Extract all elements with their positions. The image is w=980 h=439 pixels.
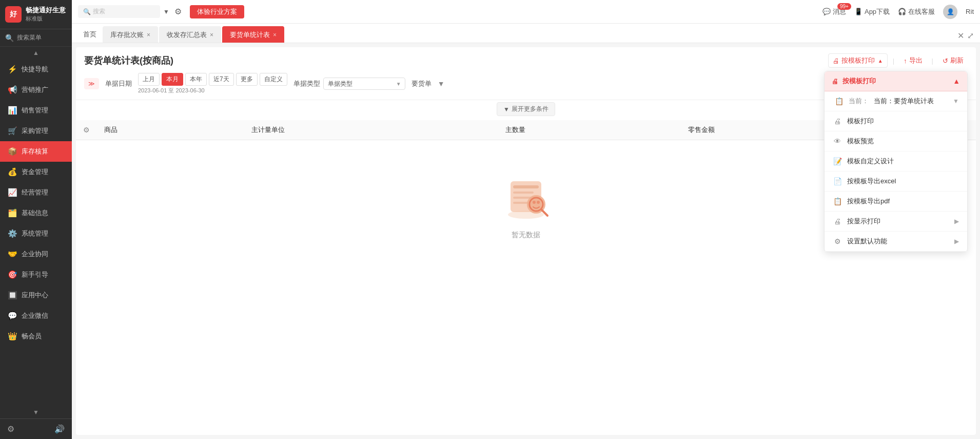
sidebar-search[interactable]: 🔍 搜索菜单: [0, 29, 72, 47]
promo-button[interactable]: 体验行业方案: [190, 5, 244, 18]
template-pdf-icon: 📋: [833, 197, 842, 205]
user-avatar[interactable]: 👤: [943, 5, 957, 19]
dropdown-template-print[interactable]: 🖨 模板打印: [825, 111, 967, 131]
app-download-button[interactable]: 📱 App下载: [854, 7, 890, 16]
online-service-button[interactable]: 🎧 在线客服: [898, 7, 935, 16]
printer-icon: 🖨: [833, 57, 839, 65]
avatar: 👤: [943, 5, 957, 19]
sidebar-item-system[interactable]: ⚙️ 系统管理: [0, 223, 72, 244]
print-button[interactable]: 🖨 按模板打印 ▲: [828, 53, 888, 68]
dropdown-set-default[interactable]: ⚙ 设置默认功能 ▶: [825, 232, 967, 252]
dropdown-template-excel[interactable]: 📄 按模板导出excel: [825, 171, 967, 192]
refresh-icon: ↺: [943, 57, 948, 65]
marketing-icon: 📢: [7, 85, 17, 95]
sidebar-item-finance[interactable]: 💰 资金管理: [0, 162, 72, 182]
type-select[interactable]: 单据类型: [323, 78, 405, 90]
bell-icon: 💬: [822, 8, 831, 15]
purchase-icon: 🛒: [7, 126, 17, 136]
refresh-button[interactable]: ↺ 刷新: [938, 54, 968, 67]
search-icon: 🔍: [83, 8, 91, 15]
refresh-label: 刷新: [950, 56, 964, 65]
template-preview-icon: 👁: [833, 137, 842, 145]
tab-order-stats[interactable]: 要货单统计表 ×: [222, 26, 284, 43]
expand-more-button[interactable]: ▼ 展开更多条件: [497, 102, 555, 116]
settings-footer-icon[interactable]: ⚙: [7, 424, 14, 434]
sidebar-item-apps[interactable]: 🔲 应用中心: [0, 285, 72, 306]
sidebar-item-operations[interactable]: 📈 经营管理: [0, 182, 72, 203]
date-last-month[interactable]: 上月: [138, 73, 160, 86]
export-button[interactable]: ↑ 导出: [899, 54, 927, 67]
sidebar-item-sales[interactable]: 📊 销售管理: [0, 100, 72, 121]
print-dropdown-icon: 🖨: [832, 78, 838, 85]
operations-icon: 📈: [7, 187, 17, 198]
set-default-label: 设置默认功能: [847, 237, 887, 246]
user-name[interactable]: Rit: [966, 8, 974, 15]
date-buttons: 上月 本月 本年 近7天 更多 自定义: [138, 73, 287, 86]
tab-receipt-summary-label: 收发存汇总表: [167, 30, 207, 40]
search-dropdown[interactable]: ▼: [163, 8, 169, 15]
col-settings: ⚙: [76, 120, 97, 140]
tab-inventory-batch-close[interactable]: ×: [147, 31, 150, 39]
messages-button[interactable]: 💬 消息 99+: [822, 7, 846, 16]
tab-home[interactable]: 首页: [78, 26, 102, 43]
sidebar-item-member[interactable]: 👑 畅会员: [0, 326, 72, 347]
column-settings-icon[interactable]: ⚙: [83, 126, 90, 134]
template-custom-label: 模板自定义设计: [847, 157, 894, 166]
sidebar-item-purchase[interactable]: 🛒 采购管理: [0, 121, 72, 141]
member-icon: 👑: [7, 331, 17, 341]
sidebar-item-guide[interactable]: 🎯 新手引导: [0, 264, 72, 285]
template-print-label: 模板打印: [847, 117, 874, 126]
dropdown-template-custom[interactable]: 📝 模板自定义设计: [825, 151, 967, 171]
filter-expand-button[interactable]: ≫: [84, 78, 99, 89]
template-custom-icon: 📝: [833, 157, 842, 165]
sidebar-nav: ⚡ 快捷导航 📢 营销推广 📊 销售管理 🛒 采购管理 📦 库存核算 💰 资金管…: [0, 59, 72, 406]
date-custom[interactable]: 自定义: [260, 73, 287, 86]
sidebar-scroll-down[interactable]: ▼: [0, 406, 72, 418]
tab-order-stats-close[interactable]: ×: [273, 31, 277, 39]
sidebar-item-base[interactable]: 🗂️ 基础信息: [0, 203, 72, 223]
top-bar: 🔍 搜索 ▼ ⚙ 体验行业方案 💬 消息 99+ 📱 App下载 🎧 在线客服: [72, 0, 980, 24]
display-print-label: 按显示打印: [847, 217, 880, 226]
sidebar-scroll-up[interactable]: ▲: [0, 47, 72, 59]
sidebar-footer: ⚙ 🔊: [0, 418, 72, 439]
order-status-dropdown[interactable]: ▼: [438, 80, 445, 88]
apps-icon: 🔲: [7, 290, 17, 300]
date-last-7-days[interactable]: 近7天: [209, 73, 234, 86]
sidebar-item-collab[interactable]: 🤝 企业协同: [0, 244, 72, 264]
date-range-display: 2023-06-01 至 2023-06-30: [138, 87, 287, 94]
dropdown-template-pdf[interactable]: 📋 按模板导出pdf: [825, 192, 967, 212]
col-retail-label: 零售金额: [688, 126, 715, 133]
sidebar-item-quick-nav[interactable]: ⚡ 快捷导航: [0, 59, 72, 80]
maximize-window-button[interactable]: ⤢: [967, 31, 974, 41]
type-select-wrapper: 单据类型: [323, 78, 405, 90]
date-this-month[interactable]: 本月: [162, 73, 183, 86]
dropdown-display-print[interactable]: 🖨 按显示打印 ▶: [825, 212, 967, 232]
date-more[interactable]: 更多: [236, 73, 258, 86]
dropdown-current-item[interactable]: 📋 当前： 当前：要货单统计表 ▼: [825, 91, 967, 111]
set-default-arrow: ▶: [954, 238, 959, 245]
template-preview-label: 模板预览: [847, 137, 874, 146]
sidebar-item-marketing[interactable]: 📢 营销推广: [0, 80, 72, 100]
sidebar-item-label: 畅会员: [22, 332, 42, 341]
print-dropdown-chevron[interactable]: ▲: [953, 77, 960, 85]
tab-receipt-summary-close[interactable]: ×: [210, 31, 213, 39]
sidebar-item-label: 企业协同: [22, 250, 48, 259]
quick-nav-icon: ⚡: [7, 64, 17, 74]
settings-icon[interactable]: ⚙: [174, 7, 182, 16]
sidebar-item-inventory[interactable]: 📦 库存核算: [0, 141, 72, 162]
sidebar-item-wechat[interactable]: 💬 企业微信: [0, 306, 72, 326]
col-unit: 主计量单位: [244, 120, 498, 140]
sound-footer-icon[interactable]: 🔊: [54, 424, 65, 434]
close-window-button[interactable]: ✕: [957, 31, 964, 41]
search-bar[interactable]: 🔍 搜索: [78, 5, 160, 18]
sales-icon: 📊: [7, 105, 17, 116]
tab-receipt-summary[interactable]: 收发存汇总表 ×: [159, 26, 221, 43]
tab-inventory-batch[interactable]: 库存批次账 ×: [103, 26, 158, 43]
brand-name: 畅捷通好生意: [26, 6, 66, 15]
search-label: 搜索菜单: [17, 33, 42, 42]
online-service-label: 在线客服: [908, 7, 935, 16]
date-this-year[interactable]: 本年: [185, 73, 207, 86]
wechat-icon: 💬: [7, 311, 17, 321]
dropdown-template-preview[interactable]: 👁 模板预览: [825, 131, 967, 151]
print-dropdown: 🖨 按模板打印 ▲ 📋 当前： 当前：要货单统计表 ▼ 🖨 模板打印 👁: [824, 71, 968, 252]
